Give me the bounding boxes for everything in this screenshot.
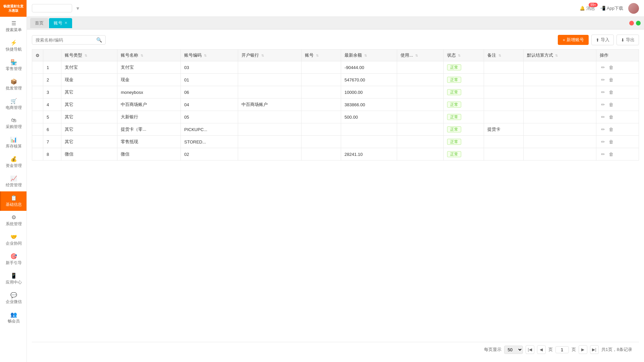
cell-settings-6	[32, 136, 43, 148]
accounts-table: ⚙ 账号类型 ⇅ 账号名称 ⇅ 账号编码 ⇅ 开户银行 ⇅ 账号 ⇅ 最新余额 …	[32, 49, 639, 161]
search-icon[interactable]: 🔍	[96, 37, 102, 43]
quick-nav-icon: ⚡	[10, 40, 17, 46]
delete-button-4[interactable]: 🗑	[607, 114, 615, 120]
sidebar-item-wholesale[interactable]: 📦 批发管理	[0, 75, 26, 95]
col-remark[interactable]: 备注 ⇅	[484, 50, 524, 61]
page-first-button[interactable]: |◀	[526, 345, 534, 354]
delete-button-2[interactable]: 🗑	[607, 89, 615, 96]
sidebar-item-finance[interactable]: 💰 资金管理	[0, 153, 26, 172]
window-close-button[interactable]	[629, 21, 634, 25]
cell-account-4	[302, 111, 341, 123]
tab-home-label: 首页	[35, 20, 44, 26]
sidebar-item-member[interactable]: 👥 畅会员	[0, 308, 26, 327]
sidebar-item-operations[interactable]: 📈 经营管理	[0, 172, 26, 191]
cell-settings-2	[32, 86, 43, 99]
sidebar-item-basic-info[interactable]: 📋 基础信息	[0, 191, 26, 211]
import-icon: ⬆	[596, 38, 599, 43]
app-download-button[interactable]: 📲 App下载	[600, 5, 623, 11]
sidebar-item-label: 采购管理	[6, 124, 22, 130]
col-balance[interactable]: 最新余额 ⇅	[341, 50, 397, 61]
edit-button-4[interactable]: ✏	[600, 114, 606, 120]
col-type[interactable]: 账号类型 ⇅	[61, 50, 117, 61]
delete-button-3[interactable]: 🗑	[607, 101, 615, 108]
message-button[interactable]: 🔔 消息 99+	[580, 5, 595, 11]
page-size-select[interactable]: 50 20 100	[504, 346, 523, 354]
user-avatar[interactable]	[628, 3, 639, 14]
topbar-search-input[interactable]	[32, 4, 72, 12]
cell-type-0: 支付宝	[61, 61, 117, 74]
edit-button-7[interactable]: ✏	[600, 151, 606, 158]
sidebar-item-enterprise-wechat[interactable]: 💬 企业微信	[0, 289, 26, 308]
cell-remark-5: 提货卡	[484, 123, 524, 136]
cell-settlement-5	[523, 123, 596, 136]
cell-usage-2	[397, 86, 443, 99]
table-row: 2 现金 现金 01 547670.00 正常 ✏ 🗑	[32, 74, 639, 86]
col-status[interactable]: 状态 ⇅	[443, 50, 484, 61]
topbar-search-dropdown-icon[interactable]: ▼	[75, 6, 80, 11]
edit-button-5[interactable]: ✏	[600, 126, 606, 133]
delete-button-5[interactable]: 🗑	[607, 126, 615, 133]
cell-bank-5	[238, 123, 302, 136]
delete-button-0[interactable]: 🗑	[607, 64, 615, 71]
page-size-label: 每页显示	[484, 347, 501, 353]
edit-button-1[interactable]: ✏	[600, 76, 606, 83]
cell-type-3: 其它	[61, 99, 117, 111]
sidebar-item-search-menu[interactable]: ☰ 搜索菜单	[0, 17, 26, 36]
col-code[interactable]: 账号编码 ⇅	[181, 50, 238, 61]
cell-bank-4	[238, 111, 302, 123]
sidebar-item-label: 系统管理	[6, 221, 22, 227]
col-settlement[interactable]: 默认结算方式 ⇅	[523, 50, 596, 61]
import-button[interactable]: ⬆ 导入	[591, 35, 614, 45]
cell-usage-0	[397, 61, 443, 74]
tab-account[interactable]: 账号 ✕	[49, 18, 72, 28]
export-button[interactable]: ⬇ 导出	[616, 35, 639, 45]
cell-usage-5	[397, 123, 443, 136]
cell-remark-2	[484, 86, 524, 99]
page-input[interactable]	[555, 346, 569, 353]
sidebar-item-retail[interactable]: 🏪 零售管理	[0, 56, 26, 75]
col-bank[interactable]: 开户银行 ⇅	[238, 50, 302, 61]
col-name[interactable]: 账号名称 ⇅	[117, 50, 181, 61]
cell-code-1: 01	[181, 74, 238, 86]
col-usage[interactable]: 使用... ⇅	[397, 50, 443, 61]
app-logo: 畅捷通财生意 乐惠版	[0, 0, 26, 17]
col-settings[interactable]: ⚙	[32, 50, 43, 61]
search-input[interactable]	[36, 38, 95, 43]
col-account[interactable]: 账号 ⇅	[302, 50, 341, 61]
app-download-label: App下载	[607, 5, 623, 11]
sidebar-item-label: 基础信息	[6, 202, 22, 207]
sidebar-item-enterprise-agreement[interactable]: 🤝 企业协同	[0, 230, 26, 250]
tab-account-close-icon[interactable]: ✕	[64, 21, 67, 25]
sidebar-item-system[interactable]: ⚙ 系统管理	[0, 211, 26, 230]
cell-remark-4	[484, 111, 524, 123]
add-account-button[interactable]: + 新增账号	[558, 35, 589, 45]
sidebar-item-label: 经营管理	[6, 182, 22, 188]
tab-home[interactable]: 首页	[30, 18, 48, 28]
edit-button-2[interactable]: ✏	[600, 89, 606, 96]
delete-button-1[interactable]: 🗑	[607, 76, 615, 83]
cell-type-7: 微信	[61, 148, 117, 161]
page-prev-button[interactable]: ◀	[537, 345, 546, 354]
page-last-button[interactable]: ▶|	[590, 345, 599, 354]
toolbar-right: + 新增账号 ⬆ 导入 ⬇ 导出	[558, 35, 639, 45]
sidebar-item-quick-nav[interactable]: ⚡ 快捷导航	[0, 36, 26, 56]
delete-button-7[interactable]: 🗑	[607, 151, 615, 158]
sidebar-item-guide[interactable]: 🎯 新手引导	[0, 250, 26, 269]
cell-action-3: ✏ 🗑	[596, 99, 639, 111]
cell-remark-0	[484, 61, 524, 74]
cell-balance-2: 10000.00	[341, 86, 397, 99]
page-next-button[interactable]: ▶	[579, 345, 587, 354]
sidebar-item-purchase[interactable]: 🛍 采购管理	[0, 114, 26, 133]
edit-button-0[interactable]: ✏	[600, 64, 606, 71]
delete-button-6[interactable]: 🗑	[607, 138, 615, 145]
sidebar-item-app-center[interactable]: 📱 应用中心	[0, 269, 26, 289]
cell-remark-6	[484, 136, 524, 148]
sidebar-item-ecommerce[interactable]: 🛒 电商管理	[0, 95, 26, 114]
cell-code-4: 05	[181, 111, 238, 123]
retail-icon: 🏪	[10, 59, 17, 65]
sidebar-item-inventory[interactable]: 📊 库存核算	[0, 133, 26, 153]
edit-button-6[interactable]: ✏	[600, 138, 606, 145]
cell-bank-7	[238, 148, 302, 161]
edit-button-3[interactable]: ✏	[600, 101, 606, 108]
window-maximize-button[interactable]	[636, 21, 641, 25]
